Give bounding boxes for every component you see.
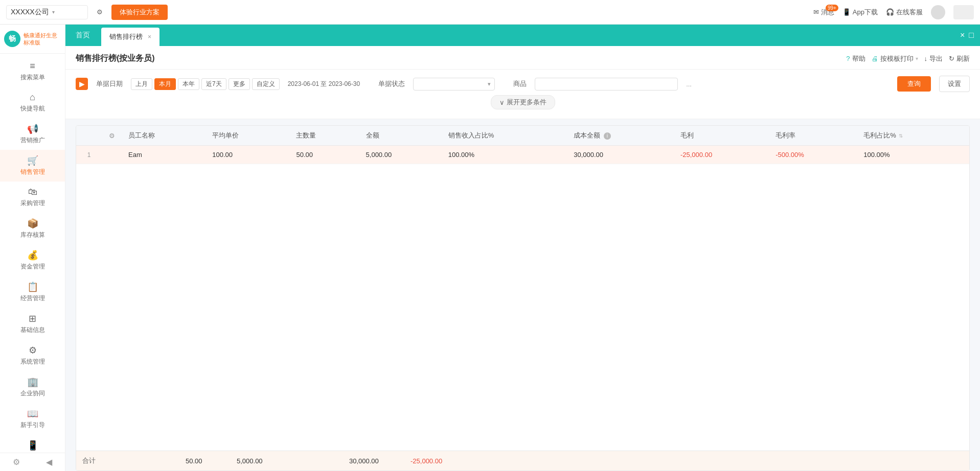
date-btn-this-year[interactable]: 本年: [178, 78, 199, 90]
message-icon: ✉: [813, 8, 819, 16]
sort-icon[interactable]: ⇅: [899, 133, 903, 139]
date-btn-7days[interactable]: 近7天: [201, 78, 226, 90]
collapse-sidebar-button[interactable]: ◀: [46, 457, 52, 467]
col-gross: 毛利: [674, 126, 769, 146]
table-footer: 合计 50.00 5,000.00 30,000.00 -25,000.00: [76, 451, 969, 470]
tab-maximize-icon[interactable]: □: [969, 31, 974, 40]
date-btn-custom[interactable]: 自定义: [252, 78, 280, 90]
cell-sales-pct: 100.00%: [442, 146, 567, 164]
sidebar-item-operation[interactable]: 📋经营管理: [0, 276, 65, 308]
date-btn-more[interactable]: 更多: [229, 78, 250, 90]
enterprise-icon: 🏢: [27, 376, 38, 388]
tab-home[interactable]: 首页: [65, 25, 100, 46]
cell-avg-price: 100.00: [206, 146, 290, 164]
date-range-display: 2023-06-01 至 2023-06-30: [288, 80, 360, 88]
sidebar-item-guide[interactable]: 📖新手引导: [0, 403, 65, 435]
sidebar-logo: 畅 畅康通好生意 标准版: [0, 25, 65, 54]
sidebar-item-search-order[interactable]: ≡搜索菜单: [0, 56, 65, 87]
status-select-wrapper[interactable]: [413, 78, 495, 91]
online-service-button[interactable]: 🎧 在线客服: [886, 8, 923, 17]
message-button[interactable]: ✉ 消息 99+: [813, 8, 834, 17]
finance-icon: 💰: [27, 250, 38, 261]
topbar-settings-button[interactable]: ⚙: [92, 5, 107, 20]
sidebar: 畅 畅康通好生意 标准版 ≡搜索菜单⌂快捷导航📢营销推广🛒销售管理🛍采购管理📦库…: [0, 25, 65, 471]
logo-text: 畅康通好生意 标准版: [24, 32, 57, 47]
date-btn-this-month[interactable]: 本月: [154, 78, 176, 90]
col-gross-pct: 毛利占比% ⇅: [857, 126, 969, 146]
refresh-button[interactable]: ↻ 刷新: [949, 54, 970, 63]
col-avg-price: 平均单价: [206, 126, 290, 146]
system-icon: ⚙: [29, 345, 37, 356]
goods-more-button[interactable]: ...: [686, 80, 692, 88]
tab-sales-ranking[interactable]: 销售排行榜 ×: [101, 28, 159, 46]
print-icon: 🖨: [872, 55, 878, 62]
query-button[interactable]: 查询: [897, 76, 931, 92]
logo-icon: 畅: [4, 31, 20, 47]
nav-label: 企业协同: [20, 389, 45, 398]
quick-nav-icon: ⌂: [30, 92, 35, 103]
expand-more-button[interactable]: ∨ 展开更多条件: [491, 95, 555, 109]
company-name: XXXXX公司: [11, 8, 49, 17]
help-button[interactable]: ? 帮助: [846, 54, 865, 63]
refresh-icon: ↻: [949, 55, 954, 62]
date-filter-label: 单据日期: [96, 79, 123, 88]
top-bar: XXXXX公司 ▾ ⚙ 体验行业方案 ✉ 消息 99+ 📱 App下载 🎧 在线…: [0, 0, 980, 25]
date-btn-last-month[interactable]: 上月: [131, 78, 152, 90]
main-area: 畅 畅康通好生意 标准版 ≡搜索菜单⌂快捷导航📢营销推广🛒销售管理🛍采购管理📦库…: [0, 25, 980, 471]
purchase-icon: 🛍: [28, 187, 37, 197]
print-button[interactable]: 🖨 按模板打印 ▾: [872, 54, 918, 63]
settings-bottom-icon[interactable]: ⚙: [13, 457, 20, 467]
export-icon: ↓: [924, 55, 928, 62]
cell-gross: -25,000.00: [674, 146, 769, 164]
sidebar-item-purchase[interactable]: 🛍采购管理: [0, 182, 65, 213]
avatar[interactable]: [931, 5, 945, 19]
sales-icon: 🛒: [27, 155, 38, 166]
user-menu[interactable]: [953, 5, 974, 19]
col-gross-rate: 毛利率: [769, 126, 857, 146]
cost-info-icon[interactable]: i: [604, 132, 611, 140]
column-config-icon[interactable]: ⚙: [109, 132, 115, 140]
search-order-icon: ≡: [30, 61, 35, 72]
sidebar-item-quick-nav[interactable]: ⌂快捷导航: [0, 87, 65, 118]
filter-more-row: ∨ 展开更多条件: [76, 92, 970, 113]
cell-gross-pct: 100.00%: [857, 146, 969, 164]
status-select[interactable]: [413, 78, 495, 91]
nav-label: 系统管理: [20, 357, 45, 366]
col-settings[interactable]: ⚙: [102, 126, 122, 146]
col-cost: 成本全额 i: [567, 126, 674, 146]
sidebar-item-marketing[interactable]: 📢营销推广: [0, 118, 65, 150]
tab-bar-right: × □: [960, 25, 980, 46]
export-button[interactable]: ↓ 导出: [924, 54, 943, 63]
nav-label: 经营管理: [20, 294, 45, 303]
top-bar-right: ✉ 消息 99+ 📱 App下载 🎧 在线客服: [813, 5, 974, 19]
message-badge: 99+: [826, 5, 838, 11]
footer-amount: 5,000.00: [231, 457, 282, 465]
goods-search-input[interactable]: [535, 78, 678, 91]
trial-industry-button[interactable]: 体验行业方案: [111, 5, 168, 20]
sidebar-item-enterprise[interactable]: 🏢企业协同: [0, 371, 65, 403]
page-header: 销售排行榜(按业务员) ? 帮助 🖨 按模板打印 ▾ ↓: [65, 46, 980, 70]
operation-icon: 📋: [27, 281, 38, 293]
column-setting-button[interactable]: 设置: [939, 76, 970, 92]
cell-name: Eam: [122, 146, 206, 164]
nav-label: 基础信息: [20, 326, 45, 334]
sidebar-item-basic[interactable]: ⊞基础信息: [0, 308, 65, 340]
sidebar-item-apps[interactable]: 📱应用中心: [0, 435, 65, 453]
company-selector[interactable]: XXXXX公司 ▾: [6, 5, 88, 19]
filter-toggle-button[interactable]: ▶: [76, 78, 88, 90]
col-quantity: 主数量: [290, 126, 359, 146]
nav-label: 营销推广: [20, 136, 45, 145]
sidebar-item-sales[interactable]: 🛒销售管理: [0, 150, 65, 182]
footer-quantity: 50.00: [179, 457, 231, 465]
col-rank: [76, 126, 102, 146]
sidebar-item-finance[interactable]: 💰资金管理: [0, 244, 65, 276]
content-area: 首页 销售排行榜 × × □ 销售排行榜(按业务员) ?: [65, 25, 980, 471]
nav-label: 资金管理: [20, 262, 45, 271]
tab-minimize-icon[interactable]: ×: [960, 31, 965, 40]
app-download-button[interactable]: 📱 App下载: [842, 8, 878, 17]
tab-close-icon[interactable]: ×: [148, 33, 151, 40]
col-sales-pct: 销售收入占比%: [442, 126, 567, 146]
table-row: 1 Eam 100.00 50.00 5,000.00 100.00% 30,0…: [76, 146, 969, 164]
sidebar-item-system[interactable]: ⚙系统管理: [0, 340, 65, 371]
sidebar-item-inventory[interactable]: 📦库存核算: [0, 213, 65, 244]
